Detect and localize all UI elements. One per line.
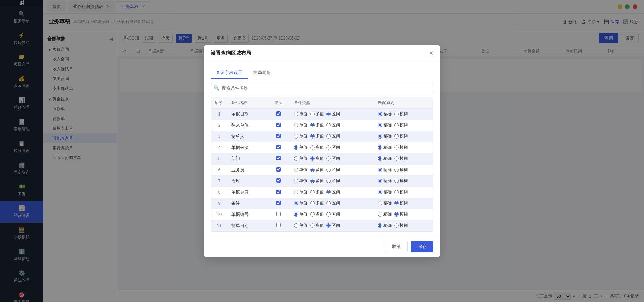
radio-exact[interactable]: 精确 (378, 156, 392, 161)
radio-multi[interactable]: 多值 (310, 223, 324, 228)
row-match[interactable]: 精确 模糊 (375, 142, 433, 153)
modal-save-button[interactable]: 保存 (411, 241, 433, 252)
radio-multi[interactable]: 多值 (310, 178, 324, 184)
radio-fuzzy[interactable]: 模糊 (394, 156, 408, 161)
radio-multi[interactable]: 多值 (310, 200, 324, 206)
radio-exact[interactable]: 精确 (378, 189, 392, 195)
row-match[interactable]: 精确 模糊 (375, 209, 433, 220)
row-match[interactable]: 精确 模糊 (375, 186, 433, 198)
radio-fuzzy[interactable]: 模糊 (394, 111, 408, 117)
radio-fuzzy[interactable]: 模糊 (394, 211, 408, 217)
radio-range[interactable]: 区间 (326, 189, 340, 195)
row-type[interactable]: 单值 多值 区间 (291, 209, 375, 220)
cancel-button[interactable]: 取消 (385, 241, 408, 252)
row-display[interactable] (267, 209, 290, 220)
radio-fuzzy[interactable]: 模糊 (394, 122, 408, 128)
row-type[interactable]: 单值 多值 区间 (291, 142, 375, 153)
modal-close-button[interactable]: ✕ (429, 50, 433, 56)
row-display[interactable] (267, 164, 290, 175)
row-order: 4 (211, 142, 228, 153)
row-match[interactable]: 精确 模糊 (375, 198, 433, 209)
modal-tab-layout[interactable]: 布局调整 (248, 67, 276, 79)
row-match[interactable]: 精确 模糊 (375, 153, 433, 164)
radio-exact[interactable]: 精确 (378, 178, 392, 184)
radio-fuzzy[interactable]: 模糊 (394, 133, 408, 139)
modal-search-input[interactable] (211, 83, 433, 93)
radio-exact[interactable]: 精确 (378, 200, 392, 206)
table-row: 3制单人 单值 多值 区间 精确 模糊 (211, 131, 433, 142)
radio-range[interactable]: 区间 (326, 167, 340, 173)
radio-exact[interactable]: 精确 (378, 211, 392, 217)
row-display[interactable] (267, 220, 290, 231)
radio-range[interactable]: 区间 (326, 133, 340, 139)
row-display[interactable] (267, 131, 290, 142)
row-match[interactable]: 精确 模糊 (375, 175, 433, 186)
modal-footer: 取消 保存 (204, 236, 440, 257)
row-match[interactable]: 精确 模糊 (375, 108, 433, 120)
row-type[interactable]: 单值 多值 区间 (291, 153, 375, 164)
row-type[interactable]: 单值 多值 区间 (291, 198, 375, 209)
radio-multi[interactable]: 多值 (310, 156, 324, 161)
row-display[interactable] (267, 175, 290, 186)
radio-single[interactable]: 单值 (294, 200, 307, 206)
radio-range[interactable]: 区间 (326, 223, 340, 228)
row-type[interactable]: 单值 多值 区间 (291, 108, 375, 120)
radio-single[interactable]: 单值 (294, 211, 307, 217)
radio-multi[interactable]: 多值 (310, 133, 324, 139)
row-display[interactable] (267, 198, 290, 209)
modal-tab-field[interactable]: 查询字段设置 (211, 67, 248, 79)
row-display[interactable] (267, 108, 290, 120)
radio-fuzzy[interactable]: 模糊 (394, 200, 408, 206)
row-type[interactable]: 单值 多值 区间 (291, 175, 375, 186)
radio-multi[interactable]: 多值 (310, 167, 324, 173)
radio-single[interactable]: 单值 (294, 167, 307, 173)
radio-exact[interactable]: 精确 (378, 223, 392, 228)
row-match[interactable]: 精确 模糊 (375, 164, 433, 175)
radio-fuzzy[interactable]: 模糊 (394, 145, 408, 150)
row-type[interactable]: 单值 多值 区间 (291, 164, 375, 175)
radio-single[interactable]: 单值 (294, 111, 307, 117)
row-type[interactable]: 单值 多值 区间 (291, 131, 375, 142)
radio-exact[interactable]: 精确 (378, 133, 392, 139)
radio-multi[interactable]: 多值 (310, 189, 324, 195)
row-type[interactable]: 单值 多值 区间 (291, 186, 375, 198)
row-display[interactable] (267, 186, 290, 198)
row-type[interactable]: 单值 多值 区间 (291, 220, 375, 231)
radio-multi[interactable]: 多值 (310, 211, 324, 217)
row-match[interactable]: 精确 模糊 (375, 131, 433, 142)
radio-fuzzy[interactable]: 模糊 (394, 178, 408, 184)
row-name: 备注 (228, 198, 267, 209)
radio-fuzzy[interactable]: 模糊 (394, 167, 408, 173)
row-display[interactable] (267, 142, 290, 153)
radio-exact[interactable]: 精确 (378, 167, 392, 173)
radio-single[interactable]: 单值 (294, 189, 307, 195)
radio-exact[interactable]: 精确 (378, 122, 392, 128)
radio-fuzzy[interactable]: 模糊 (394, 223, 408, 228)
radio-multi[interactable]: 多值 (310, 122, 324, 128)
modal-search: 🔍 (211, 83, 433, 93)
radio-range[interactable]: 区间 (326, 111, 340, 117)
radio-exact[interactable]: 精确 (378, 111, 392, 117)
radio-range[interactable]: 区间 (326, 145, 340, 150)
row-type[interactable]: 单值 多值 区间 (291, 120, 375, 131)
row-display[interactable] (267, 153, 290, 164)
radio-range[interactable]: 区间 (326, 200, 340, 206)
radio-single[interactable]: 单值 (294, 178, 307, 184)
radio-multi[interactable]: 多值 (310, 145, 324, 150)
row-match[interactable]: 精确 模糊 (375, 220, 433, 231)
radio-single[interactable]: 单值 (294, 145, 307, 150)
radio-range[interactable]: 区间 (326, 156, 340, 161)
radio-range[interactable]: 区间 (326, 178, 340, 184)
row-display[interactable] (267, 120, 290, 131)
table-row: 6业务员 单值 多值 区间 精确 模糊 (211, 164, 433, 175)
radio-single[interactable]: 单值 (294, 156, 307, 161)
row-match[interactable]: 精确 模糊 (375, 120, 433, 131)
radio-range[interactable]: 区间 (326, 122, 340, 128)
radio-multi[interactable]: 多值 (310, 111, 324, 117)
radio-single[interactable]: 单值 (294, 223, 307, 228)
radio-single[interactable]: 单值 (294, 122, 307, 128)
radio-range[interactable]: 区间 (326, 211, 340, 217)
radio-single[interactable]: 单值 (294, 133, 307, 139)
radio-exact[interactable]: 精确 (378, 145, 392, 150)
radio-fuzzy[interactable]: 模糊 (394, 189, 408, 195)
